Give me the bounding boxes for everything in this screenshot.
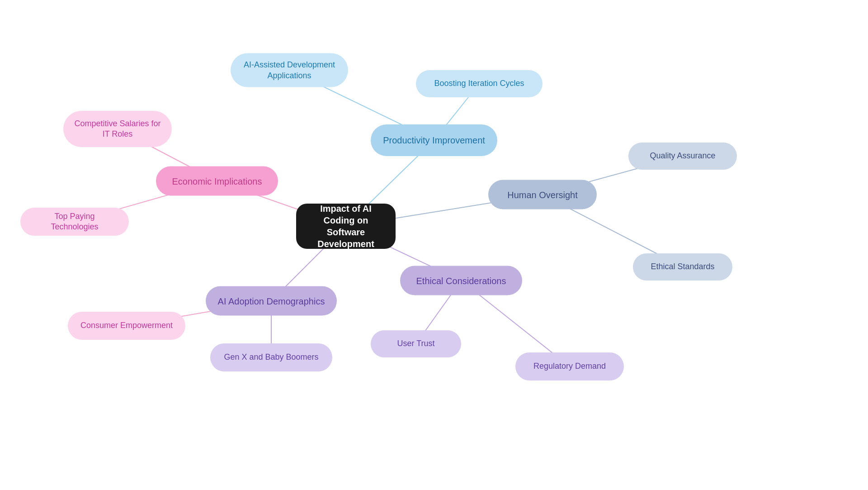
node-competitive[interactable]: Competitive Salaries for IT Roles — [63, 111, 172, 147]
node-center[interactable]: Impact of AI Coding on Software Developm… — [296, 204, 396, 249]
node-regulatory[interactable]: Regulatory Demand — [515, 352, 624, 381]
mindmap-container: Impact of AI Coding on Software Developm… — [0, 0, 868, 490]
node-ethical-considerations[interactable]: Ethical Considerations — [400, 266, 522, 295]
node-user-trust[interactable]: User Trust — [371, 330, 461, 357]
node-genx[interactable]: Gen X and Baby Boomers — [210, 343, 332, 371]
node-economic[interactable]: Economic Implications — [156, 167, 278, 196]
node-ai-adoption[interactable]: AI Adoption Demographics — [206, 286, 337, 316]
node-boosting[interactable]: Boosting Iteration Cycles — [416, 70, 542, 97]
node-ethical-standards[interactable]: Ethical Standards — [633, 253, 732, 281]
node-human-oversight[interactable]: Human Oversight — [488, 180, 597, 209]
node-productivity[interactable]: Productivity Improvement — [371, 124, 497, 156]
node-consumer[interactable]: Consumer Empowerment — [68, 312, 185, 340]
node-quality[interactable]: Quality Assurance — [628, 143, 737, 170]
node-top-paying[interactable]: Top Paying Technologies — [20, 208, 129, 236]
node-ai-assisted[interactable]: AI-Assisted Development Applications — [231, 53, 348, 87]
